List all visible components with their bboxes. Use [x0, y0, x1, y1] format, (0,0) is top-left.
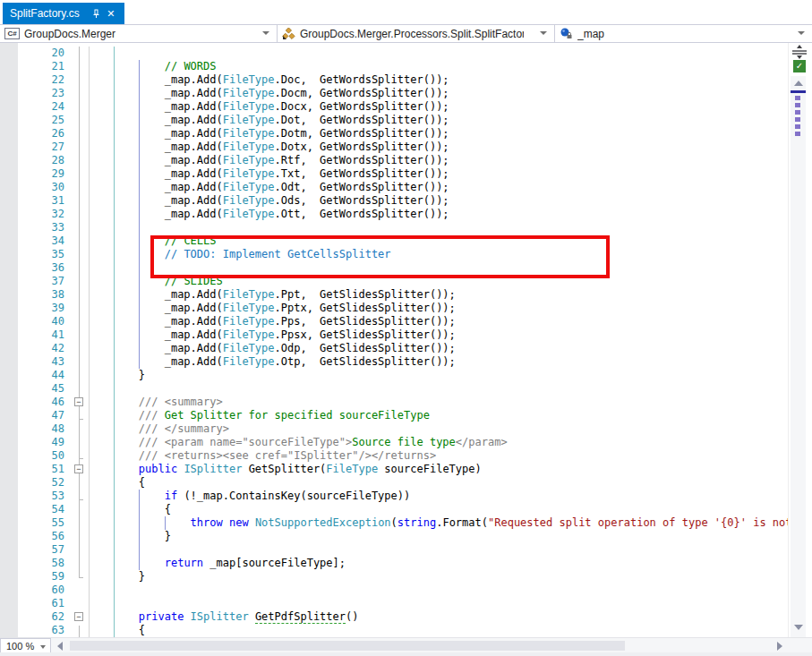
code-line[interactable]: 60	[0, 584, 788, 597]
code-line[interactable]: 33	[0, 221, 788, 234]
token-p: _map.Add(	[87, 288, 223, 301]
token-t: FileType	[223, 302, 275, 314]
token-k: private	[139, 610, 184, 623]
type-dropdown[interactable]: GroupDocs.Merger.Processors.Split.SplitF…	[278, 25, 555, 42]
token-p: (	[391, 516, 397, 529]
code-line[interactable]: 59 }	[0, 570, 788, 584]
code-line[interactable]: 32 _map.Add(FileType.Ott, GetWordsSplitt…	[0, 208, 788, 221]
member-dropdown-label: _map	[577, 28, 604, 40]
line-number: 44	[27, 369, 64, 382]
code-text: _map.Add(FileType.Pps, GetSlidesSplitter…	[87, 315, 456, 328]
token-t: FileType	[223, 114, 275, 126]
code-text: _map.Add(FileType.Ppsx, GetSlidesSplitte…	[87, 328, 456, 342]
code-line[interactable]: 21 // WORDS	[0, 60, 788, 73]
code-line[interactable]: 43 _map.Add(FileType.Otp, GetSlidesSplit…	[0, 355, 788, 369]
code-line[interactable]: 47 /// Get Splitter for specified source…	[0, 409, 788, 422]
token-d: </param>	[456, 436, 508, 448]
line-number: 27	[27, 141, 64, 154]
member-dropdown[interactable]: _map	[555, 25, 812, 42]
code-line[interactable]: 58 return _map[sourceFileType];	[0, 557, 788, 570]
code-line[interactable]: 45	[0, 382, 788, 396]
line-number: 31	[27, 194, 64, 208]
token-p	[223, 516, 229, 529]
code-line[interactable]: 20	[0, 47, 788, 60]
line-number: 58	[27, 557, 64, 570]
pin-icon[interactable]	[90, 7, 103, 20]
code-text: _map.Add(FileType.Ods, GetWordsSplitter(…	[87, 194, 449, 208]
project-dropdown[interactable]: C# GroupDocs.Merger	[0, 25, 278, 42]
code-line[interactable]: 24 _map.Add(FileType.Docx, GetWordsSplit…	[0, 100, 788, 114]
code-line[interactable]: 61	[0, 597, 788, 610]
code-line[interactable]: 54 {	[0, 503, 788, 516]
line-number: 32	[27, 208, 64, 221]
token-t: FileType	[223, 288, 275, 301]
token-p: _map.Add(	[87, 208, 223, 220]
chevron-down-icon	[798, 31, 805, 35]
code-line[interactable]: 25 _map.Add(FileType.Dot, GetWordsSplitt…	[0, 114, 788, 127]
close-icon[interactable]: ✕	[105, 7, 117, 20]
code-line[interactable]: 49 /// <param name="sourceFileType">Sour…	[0, 436, 788, 449]
code-text: }	[87, 530, 171, 543]
code-line[interactable]: 40 _map.Add(FileType.Pps, GetSlidesSplit…	[0, 315, 788, 328]
token-t: FileType	[223, 315, 275, 328]
token-p: .Odt, GetWordsSplitter());	[275, 181, 449, 193]
scroll-right-arrow-icon[interactable]	[777, 642, 782, 651]
code-line[interactable]: 57	[0, 543, 788, 557]
token-k: return	[165, 557, 203, 569]
code-text: _map.Add(FileType.Otp, GetSlidesSplitter…	[87, 355, 456, 369]
code-health-indicator[interactable]: ✓	[793, 60, 806, 72]
code-text: _map.Add(FileType.Doc, GetWordsSplitter(…	[87, 73, 449, 87]
split-window-handle-icon[interactable]	[791, 45, 808, 59]
code-line[interactable]: 30 _map.Add(FileType.Odt, GetWordsSplitt…	[0, 181, 788, 194]
scroll-left-arrow-icon[interactable]	[57, 642, 63, 651]
token-t: ISplitter	[191, 610, 249, 623]
code-line[interactable]: 28 _map.Add(FileType.Rtf, GetWordsSplitt…	[0, 154, 788, 167]
token-t: FileType	[223, 328, 275, 341]
scroll-up-arrow-icon[interactable]	[794, 81, 803, 86]
code-line[interactable]: 26 _map.Add(FileType.Dotm, GetWordsSplit…	[0, 127, 788, 141]
code-line[interactable]: 44 }	[0, 369, 788, 382]
code-line[interactable]: 23 _map.Add(FileType.Docm, GetWordsSplit…	[0, 87, 788, 100]
code-text: /// <returns><see cref="ISplitter"/></re…	[87, 449, 436, 463]
vertical-scrollbar[interactable]	[791, 76, 806, 637]
token-p: .Pps, GetSlidesSplitter());	[275, 315, 456, 328]
code-line[interactable]: 62 private ISplitter GetPdfSplitter()	[0, 610, 788, 624]
code-line[interactable]: 53 if (!_map.ContainsKey(sourceFileType)…	[0, 490, 788, 503]
code-line[interactable]: 55 throw new NotSupportedException(strin…	[0, 516, 788, 530]
annotation-rectangle	[150, 235, 610, 278]
line-number: 30	[27, 181, 64, 194]
chevron-down-icon	[540, 31, 547, 35]
line-number: 62	[27, 610, 64, 624]
code-editor[interactable]: 2021 // WORDS22 _map.Add(FileType.Doc, G…	[0, 43, 788, 637]
code-line[interactable]: 41 _map.Add(FileType.Ppsx, GetSlidesSpli…	[0, 328, 788, 342]
code-line[interactable]: 46 /// <summary>	[0, 396, 788, 409]
code-line[interactable]: 48 /// </summary>	[0, 422, 788, 436]
code-line[interactable]: 39 _map.Add(FileType.Pptx, GetSlidesSpli…	[0, 302, 788, 315]
token-g: Source file type	[352, 436, 456, 448]
line-number: 42	[27, 342, 64, 355]
code-line[interactable]: 56 }	[0, 530, 788, 543]
horizontal-scrollbar-thumb[interactable]	[70, 641, 625, 651]
token-t: ISplitter	[184, 463, 242, 475]
token-t: NotSupportedException	[255, 516, 391, 529]
scroll-down-arrow-icon[interactable]	[794, 625, 803, 630]
code-line[interactable]: 52 {	[0, 476, 788, 490]
chevron-down-icon	[262, 31, 269, 35]
token-d: /// </summary>	[87, 422, 229, 435]
token-p	[87, 610, 139, 623]
token-p	[87, 60, 165, 72]
code-line[interactable]: 51 public ISplitter GetSplitter(FileType…	[0, 463, 788, 476]
code-line[interactable]: 50 /// <returns><see cref="ISplitter"/><…	[0, 449, 788, 463]
code-line[interactable]: 27 _map.Add(FileType.Dotx, GetWordsSplit…	[0, 141, 788, 154]
code-line[interactable]: 38 _map.Add(FileType.Ppt, GetSlidesSplit…	[0, 288, 788, 302]
tab-splitfactory[interactable]: SplitFactory.cs ✕	[3, 3, 124, 24]
project-dropdown-label: GroupDocs.Merger	[24, 28, 115, 40]
code-line[interactable]: 22 _map.Add(FileType.Doc, GetWordsSplitt…	[0, 73, 788, 87]
horizontal-scrollbar[interactable]	[68, 639, 772, 652]
code-line[interactable]: 42 _map.Add(FileType.Odp, GetSlidesSplit…	[0, 342, 788, 355]
code-line[interactable]: 63 {	[0, 624, 788, 637]
navigation-bar: C# GroupDocs.Merger GroupDocs.Merger.Pro…	[0, 24, 812, 43]
zoom-level-dropdown[interactable]: 100 %	[0, 638, 51, 653]
code-line[interactable]: 31 _map.Add(FileType.Ods, GetWordsSplitt…	[0, 194, 788, 208]
code-line[interactable]: 29 _map.Add(FileType.Txt, GetWordsSplitt…	[0, 167, 788, 181]
